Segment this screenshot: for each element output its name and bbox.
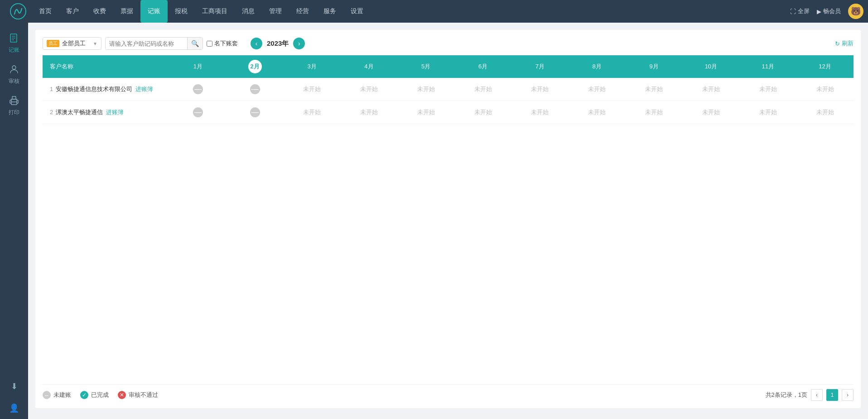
year-label: 2023年 [267,39,289,48]
avatar[interactable]: 🐻 [848,4,863,19]
table-wrap: 客户名称 1月 2月 3月 4月 5月 6月 7月 8月 9月 10月 11月 [43,55,854,377]
rejected-icon: ✕ [118,391,126,399]
not-started-status: 未开始 [531,86,549,92]
employee-select[interactable]: 员工 全部员工 ▼ [43,37,101,50]
nav-bookkeeping[interactable]: 记账 [140,0,168,23]
not-started-status: 未开始 [645,86,663,92]
not-started-status: 未开始 [816,86,834,92]
nav-fee[interactable]: 收费 [86,0,113,23]
content-card: 员工 全部员工 ▼ 🔍 名下账套 ‹ 2023年 › ↻ 刷新 [35,30,861,408]
nav-right: ⛶ 全屏 ▶ 畅会员 🐻 [790,4,863,19]
not-started-status: 未开始 [759,86,777,92]
month-cell-1: — [169,78,227,101]
month-cell-1: — [169,101,227,124]
print-icon [8,94,20,107]
not-started-status: 未开始 [816,109,834,116]
not-started-status: 未开始 [360,109,378,116]
not-started-status: 未开始 [588,86,606,92]
sidebar-item-user[interactable]: 👤 [0,397,28,419]
month-cell-12: 未开始 [796,78,854,101]
table-row: 1安徽畅捷通信息技术有限公司 进账簿——未开始未开始未开始未开始未开始未开始未开… [43,78,854,101]
audit-icon [8,63,20,76]
sidebar-item-download[interactable]: ⬇ [0,376,28,397]
sidebar-item-print[interactable]: 打印 [0,90,28,121]
month-cell-11: 未开始 [739,101,796,124]
nav-settings[interactable]: 设置 [343,0,371,23]
active-month-badge: 2月 [248,60,262,73]
fullscreen-btn[interactable]: ⛶ 全屏 [790,7,810,15]
enter-ledger-link[interactable]: 进账簿 [106,109,124,116]
total-text: 共2条记录，1页 [766,391,807,399]
nav-invoice[interactable]: 票据 [113,0,140,23]
col-nov: 11月 [739,55,796,78]
month-cell-5: 未开始 [397,78,454,101]
col-may: 5月 [397,55,454,78]
member-btn[interactable]: ▶ 畅会员 [817,7,841,15]
nav-manage[interactable]: 管理 [262,0,289,23]
month-cell-5: 未开始 [397,101,454,124]
col-jul: 7月 [511,55,569,78]
not-started-status: 未开始 [360,86,378,92]
not-started-status: 未开始 [702,109,720,116]
dash-icon: — [193,84,203,94]
search-input[interactable] [106,38,187,49]
nav-home[interactable]: 首页 [32,0,59,23]
table-row: 2漯澳太平畅捷通信 进账簿——未开始未开始未开始未开始未开始未开始未开始未开始未… [43,101,854,124]
bookkeeping-icon [8,32,20,44]
month-cell-4: 未开始 [340,101,397,124]
completed-icon: ✓ [80,391,88,399]
user-icon: 👤 [8,402,20,414]
month-cell-2: — [227,78,284,101]
not-started-status: 未开始 [474,109,492,116]
year-nav: ‹ 2023年 › [251,38,305,49]
nav-tax[interactable]: 报税 [168,0,195,23]
month-cell-6: 未开始 [454,101,511,124]
col-dec: 12月 [796,55,854,78]
month-cell-8: 未开始 [569,78,626,101]
nav-business[interactable]: 工商项目 [195,0,235,23]
prev-year-button[interactable]: ‹ [251,38,262,49]
my-accounts-checkbox[interactable] [207,41,212,47]
nav-operation[interactable]: 经营 [289,0,316,23]
customer-cell: 1安徽畅捷通信息技术有限公司 进账簿 [43,78,169,101]
customer-name: 漯澳太平畅捷通信 [56,109,103,116]
nav-service[interactable]: 服务 [316,0,343,23]
month-cell-2: — [227,101,284,124]
next-year-button[interactable]: › [293,38,305,49]
footer: – 未建账 ✓ 已完成 ✕ 审核不通过 共2条记录，1页 ‹ 1 › [43,384,854,401]
my-accounts-checkbox-wrap[interactable]: 名下账套 [207,39,238,48]
customer-name: 安徽畅捷通信息技术有限公司 [56,86,132,92]
sidebar-item-audit[interactable]: 审核 [0,58,28,90]
toolbar: 员工 全部员工 ▼ 🔍 名下账套 ‹ 2023年 › ↻ 刷新 [43,37,854,50]
download-icon: ⬇ [8,380,20,393]
search-button[interactable]: 🔍 [187,38,203,49]
legend-completed: ✓ 已完成 [80,391,109,399]
month-cell-10: 未开始 [682,101,739,124]
refresh-button[interactable]: ↻ 刷新 [835,39,854,48]
search-wrap: 🔍 [105,37,203,50]
table-header-row: 客户名称 1月 2月 3月 4月 5月 6月 7月 8月 9月 10月 11月 [43,55,854,78]
not-started-status: 未开始 [702,86,720,92]
month-cell-11: 未开始 [739,78,796,101]
col-feb: 2月 [227,55,284,78]
row-number: 2 [50,109,53,116]
prev-page-button[interactable]: ‹ [811,389,823,401]
svg-rect-7 [12,96,16,99]
nav-message[interactable]: 消息 [235,0,262,23]
next-page-button[interactable]: › [842,389,854,401]
enter-ledger-link[interactable]: 进账簿 [135,86,153,92]
svg-rect-6 [11,102,17,105]
nav-customer[interactable]: 客户 [59,0,86,23]
sidebar-item-bookkeeping[interactable]: 记账 [0,27,28,58]
not-started-status: 未开始 [417,86,435,92]
not-started-status: 未开始 [531,109,549,116]
month-cell-9: 未开始 [626,101,683,124]
customer-cell: 2漯澳太平畅捷通信 进账簿 [43,101,169,124]
legend-not-created: – 未建账 [43,391,71,399]
fullscreen-icon: ⛶ [790,8,796,15]
row-number: 1 [50,86,53,92]
col-oct: 10月 [682,55,739,78]
month-cell-12: 未开始 [796,101,854,124]
page-1-button[interactable]: 1 [826,389,838,401]
legend: – 未建账 ✓ 已完成 ✕ 审核不通过 [43,391,158,399]
